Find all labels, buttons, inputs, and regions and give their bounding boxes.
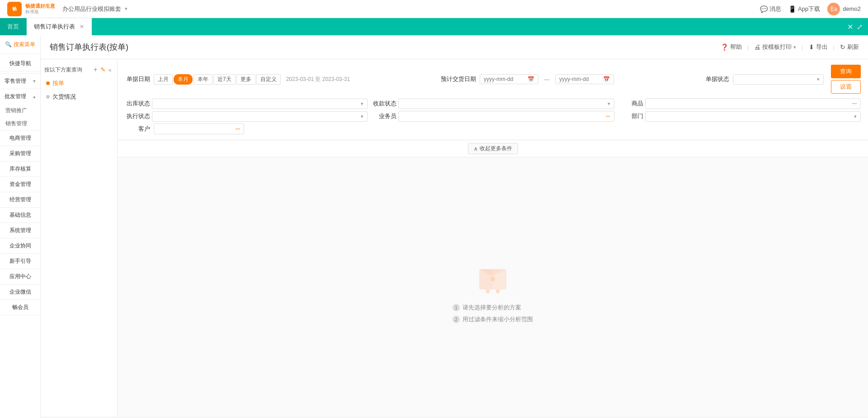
sidebar-section-retail-header[interactable]: 零售管理 ▾: [0, 74, 40, 89]
sidebar-item-ecommerce[interactable]: 电商管理: [0, 131, 40, 146]
collapse-panel-icon[interactable]: «: [108, 66, 112, 73]
empty-tip-1: 1 请先选择要分析的方案: [453, 304, 533, 312]
svg-rect-3: [486, 290, 490, 293]
divider3: |: [833, 44, 835, 51]
content-body: 按以下方案查询 + ✎ « 按单 欠货情况: [41, 59, 868, 417]
sidebar-item-enterprise[interactable]: 企业协同: [0, 238, 40, 254]
scheme-item-arrears[interactable]: 欠货情况: [41, 90, 117, 104]
filter-cell-salesperson: 业务员 ···: [371, 111, 614, 122]
customer-select[interactable]: ···: [154, 124, 244, 134]
calendar-icon-start: 📅: [528, 76, 534, 82]
collection-status-select[interactable]: ▾: [398, 99, 614, 109]
date-btn-last-month[interactable]: 上月: [154, 74, 173, 85]
sidebar-item-app-center[interactable]: 应用中心: [0, 269, 40, 285]
forecast-end-field[interactable]: [559, 76, 600, 82]
sidebar-item-system[interactable]: 系统管理: [0, 223, 40, 238]
sidebar-item-purchase[interactable]: 采购管理: [0, 146, 40, 162]
date-btn-this-month[interactable]: 本月: [174, 74, 193, 85]
status-select[interactable]: ▾: [733, 74, 824, 85]
shipment-status-select[interactable]: ▾: [152, 99, 368, 109]
print-button[interactable]: 🖨 按模板打印 ▾: [754, 43, 796, 51]
sidebar-sales-mgmt-label: 销售管理: [5, 120, 27, 127]
date-btn-custom[interactable]: 自定义: [256, 74, 281, 85]
sidebar-item-corp-wechat[interactable]: 企业微信: [0, 285, 40, 300]
tab-sales-exec[interactable]: 销售订单执行表 ✕: [27, 18, 92, 35]
sidebar-item-marketing[interactable]: 营销推广: [0, 104, 40, 117]
sidebar-quicknav-label: 快捷导航: [9, 60, 31, 66]
filter-area: 单据日期 上月 本月 本年 近7天 更多 自定义 2023-03-01 至 20…: [118, 59, 868, 140]
tab-expand-icon[interactable]: ⤢: [857, 23, 863, 31]
page-header: 销售订单执行表(按单) ❓ 帮助 | 🖨 按模板打印 ▾ | ⬇ 导出 |: [41, 35, 868, 59]
exec-caret: ▾: [361, 114, 363, 119]
sidebar-section-wholesale-header[interactable]: 批发管理 ▴: [0, 89, 40, 104]
top-bar: 畅 畅捷通好生意 标准版 办公用品行业模拟账套 ▾ 💬 消息 📱 App下载 E…: [0, 0, 868, 18]
sidebar-item-member[interactable]: 畅会员: [0, 300, 40, 315]
tab-close-all-icon[interactable]: ✕: [847, 23, 853, 31]
salesperson-select[interactable]: ···: [398, 111, 614, 122]
refresh-label: 刷新: [847, 43, 859, 51]
exec-status-select[interactable]: ▾: [152, 111, 368, 122]
print-dropdown-icon: ▾: [793, 44, 796, 50]
product-select[interactable]: ···: [645, 98, 861, 109]
sidebar-item-basic[interactable]: 基础信息: [0, 208, 40, 223]
filter-row-4: 客户 ···: [125, 124, 861, 134]
export-button[interactable]: ⬇ 导出: [809, 43, 828, 51]
status-label: 单据状态: [704, 75, 729, 83]
department-label: 部门: [618, 112, 643, 120]
tip-text-1: 请先选择要分析的方案: [462, 304, 521, 312]
sidebar-item-newbie[interactable]: 新手引导: [0, 254, 40, 269]
date-btn-more[interactable]: 更多: [236, 74, 255, 85]
tab-close-icon[interactable]: ✕: [80, 24, 84, 30]
product-dots: ···: [852, 100, 857, 107]
help-button[interactable]: ❓ 帮助: [721, 43, 742, 51]
department-caret: ▾: [854, 114, 857, 119]
forecast-start-field[interactable]: [484, 76, 524, 82]
right-panel: 单据日期 上月 本月 本年 近7天 更多 自定义 2023-03-01 至 20…: [118, 59, 868, 417]
tab-home[interactable]: 首页: [0, 18, 27, 35]
sidebar-item-quick-nav[interactable]: 快捷导航: [0, 56, 40, 71]
empty-tips: 1 请先选择要分析的方案 2 用过滤条件来缩小分析范围: [453, 304, 533, 323]
filter-row-3: 执行状态 ▾ 业务员 ···: [125, 111, 861, 122]
date-btn-this-year[interactable]: 本年: [193, 74, 212, 85]
message-button[interactable]: 💬 消息: [760, 5, 781, 13]
forecast-date-end-input[interactable]: 📅: [555, 74, 614, 84]
print-icon: 🖨: [754, 43, 760, 51]
user-avatar-area[interactable]: Ea demo2: [827, 3, 861, 15]
sidebar-item-sales-mgmt[interactable]: 销售管理: [0, 117, 40, 130]
date-btn-last-7[interactable]: 近7天: [213, 74, 236, 85]
scheme-label-arrears: 欠货情况: [52, 93, 76, 101]
dropdown-icon[interactable]: ▾: [125, 6, 127, 12]
collapse-button[interactable]: ∧ 收起更多条件: [468, 143, 518, 154]
tab-home-label: 首页: [7, 23, 19, 31]
edit-scheme-icon[interactable]: ✎: [100, 66, 106, 73]
search-icon: 🔍: [5, 41, 12, 48]
refresh-button[interactable]: ↻ 刷新: [840, 43, 859, 51]
collapse-bar: ∧ 收起更多条件: [118, 140, 868, 157]
nav-tab-actions: ✕ ⤢: [847, 23, 868, 31]
data-area: 1 请先选择要分析的方案 2 用过滤条件来缩小分析范围: [118, 157, 868, 417]
export-icon: ⬇: [809, 43, 814, 51]
date-separator: —: [544, 76, 550, 83]
sidebar-item-operations[interactable]: 经营管理: [0, 192, 40, 208]
forecast-date-start-input[interactable]: 📅: [480, 74, 538, 84]
app-download-button[interactable]: 📱 App下载: [788, 5, 820, 13]
setting-button[interactable]: 设置: [831, 80, 861, 94]
sidebar-wholesale-label: 批发管理: [5, 93, 26, 100]
left-panel-header: 按以下方案查询 + ✎ «: [41, 63, 117, 76]
filter-cell-exec: 执行状态 ▾: [125, 111, 368, 122]
logo-text: 畅: [12, 6, 17, 12]
tip-num-2: 2: [453, 316, 460, 323]
search-button[interactable]: 查询: [831, 65, 861, 78]
svg-rect-4: [496, 290, 500, 293]
sidebar-item-finance[interactable]: 资金管理: [0, 177, 40, 192]
sidebar-item-inventory[interactable]: 库存核算: [0, 162, 40, 177]
sidebar-marketing-label: 营销推广: [5, 107, 27, 114]
add-scheme-icon[interactable]: +: [93, 66, 97, 74]
scheme-item-by-order[interactable]: 按单: [41, 76, 117, 90]
download-icon: 📱: [788, 5, 796, 13]
customer-dots: ···: [236, 126, 240, 132]
department-select[interactable]: ▾: [645, 111, 861, 122]
shipment-caret: ▾: [361, 101, 363, 107]
sidebar-search-item[interactable]: 🔍 搜索菜单: [3, 39, 38, 50]
tab-sales-exec-label: 销售订单执行表: [34, 23, 75, 31]
